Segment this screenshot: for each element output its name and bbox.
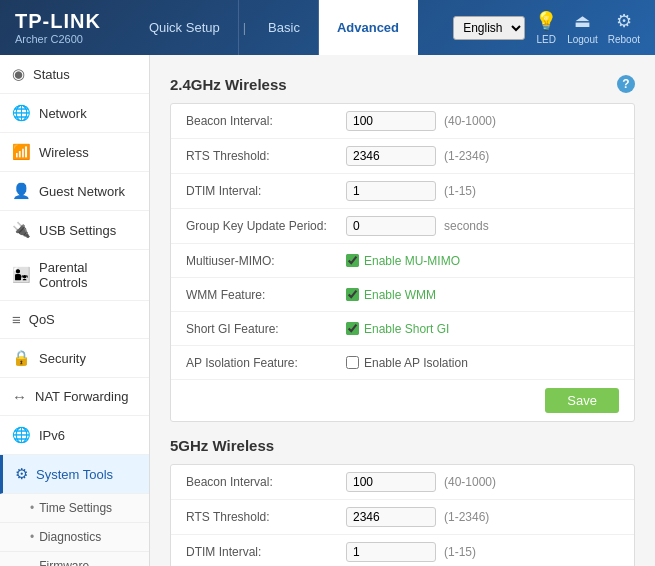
- row-shortgi-24: Short GI Feature: Enable Short GI: [171, 312, 634, 346]
- reboot-icon: ⚙: [616, 10, 632, 32]
- ipv6-icon: 🌐: [12, 426, 31, 444]
- input-rts-24[interactable]: [346, 146, 436, 166]
- label-groupkey-24: Group Key Update Period:: [186, 219, 346, 233]
- logout-label: Logout: [567, 34, 598, 45]
- sub-label-diagnostics: Diagnostics: [39, 530, 101, 544]
- sidebar-label-network: Network: [39, 106, 87, 121]
- logout-btn[interactable]: ⏏ Logout: [567, 10, 598, 45]
- input-dtim-24[interactable]: [346, 181, 436, 201]
- row-apisolation-24: AP Isolation Feature: Enable AP Isolatio…: [171, 346, 634, 380]
- value-apisolation-24: Enable AP Isolation: [346, 356, 619, 370]
- hint-rts-24: (1-2346): [444, 149, 489, 163]
- nav-advanced[interactable]: Advanced: [319, 0, 418, 55]
- qos-icon: ≡: [12, 311, 21, 328]
- sidebar-item-guest-network[interactable]: 👤 Guest Network: [0, 172, 149, 211]
- sidebar-item-wireless[interactable]: 📶 Wireless: [0, 133, 149, 172]
- sidebar-label-ipv6: IPv6: [39, 428, 65, 443]
- sidebar-label-status: Status: [33, 67, 70, 82]
- checklabel-mumimo-24: Enable MU-MIMO: [364, 254, 460, 268]
- value-wmm-24: Enable WMM: [346, 288, 619, 302]
- value-groupkey-24: seconds: [346, 216, 619, 236]
- sidebar-item-ipv6[interactable]: 🌐 IPv6: [0, 416, 149, 455]
- nav-basic[interactable]: Basic: [250, 0, 319, 55]
- hint-beacon-5: (40-1000): [444, 475, 496, 489]
- nav-divider-1: |: [239, 20, 250, 35]
- section-5ghz-box: Beacon Interval: (40-1000) RTS Threshold…: [170, 464, 635, 566]
- value-beacon-5: (40-1000): [346, 472, 619, 492]
- checkbox-wmm-24[interactable]: [346, 288, 359, 301]
- hint-rts-5: (1-2346): [444, 510, 489, 524]
- sidebar-item-security[interactable]: 🔒 Security: [0, 339, 149, 378]
- logo-brand: TP-LINK: [15, 10, 101, 33]
- led-label: LED: [536, 34, 555, 45]
- value-shortgi-24: Enable Short GI: [346, 322, 619, 336]
- value-rts-24: (1-2346): [346, 146, 619, 166]
- sub-item-firmware[interactable]: Firmware Upgrade: [0, 552, 149, 566]
- value-dtim-24: (1-15): [346, 181, 619, 201]
- sidebar-label-nat: NAT Forwarding: [35, 389, 128, 404]
- sidebar-item-qos[interactable]: ≡ QoS: [0, 301, 149, 339]
- input-beacon-5[interactable]: [346, 472, 436, 492]
- sidebar-item-status[interactable]: ◉ Status: [0, 55, 149, 94]
- layout: ◉ Status 🌐 Network 📶 Wireless 👤 Guest Ne…: [0, 55, 655, 566]
- reboot-label: Reboot: [608, 34, 640, 45]
- security-icon: 🔒: [12, 349, 31, 367]
- checklabel-wmm-24: Enable WMM: [364, 288, 436, 302]
- sidebar-item-usb[interactable]: 🔌 USB Settings: [0, 211, 149, 250]
- section-5ghz-title: 5GHz Wireless: [170, 437, 274, 454]
- help-icon-24ghz[interactable]: ?: [617, 75, 635, 93]
- header: TP-LINK Archer C2600 Quick Setup | Basic…: [0, 0, 655, 55]
- sidebar-item-parental[interactable]: 👨‍👧 Parental Controls: [0, 250, 149, 301]
- logo-area: TP-LINK Archer C2600: [15, 10, 101, 45]
- label-rts-24: RTS Threshold:: [186, 149, 346, 163]
- guest-network-icon: 👤: [12, 182, 31, 200]
- input-dtim-5[interactable]: [346, 542, 436, 562]
- wireless-icon: 📶: [12, 143, 31, 161]
- row-rts-5: RTS Threshold: (1-2346): [171, 500, 634, 535]
- input-groupkey-24[interactable]: [346, 216, 436, 236]
- sub-item-diagnostics[interactable]: Diagnostics: [0, 523, 149, 552]
- reboot-btn[interactable]: ⚙ Reboot: [608, 10, 640, 45]
- main-content: 2.4GHz Wireless ? Beacon Interval: (40-1…: [150, 55, 655, 566]
- sidebar-label-security: Security: [39, 351, 86, 366]
- system-tools-icon: ⚙: [15, 465, 28, 483]
- sidebar-label-system-tools: System Tools: [36, 467, 113, 482]
- led-icon: 💡: [535, 10, 557, 32]
- sidebar-item-nat[interactable]: ↔ NAT Forwarding: [0, 378, 149, 416]
- value-mumimo-24: Enable MU-MIMO: [346, 254, 619, 268]
- checkbox-apisolation-24[interactable]: [346, 356, 359, 369]
- row-rts-24: RTS Threshold: (1-2346): [171, 139, 634, 174]
- section-24ghz-header: 2.4GHz Wireless ?: [170, 75, 635, 93]
- hint-beacon-24: (40-1000): [444, 114, 496, 128]
- row-beacon-5: Beacon Interval: (40-1000): [171, 465, 634, 500]
- input-beacon-24[interactable]: [346, 111, 436, 131]
- hint-dtim-5: (1-15): [444, 545, 476, 559]
- parental-icon: 👨‍👧: [12, 266, 31, 284]
- input-rts-5[interactable]: [346, 507, 436, 527]
- checklabel-apisolation-24: Enable AP Isolation: [364, 356, 468, 370]
- save-button-24[interactable]: Save: [545, 388, 619, 413]
- main-nav: Quick Setup | Basic Advanced: [131, 0, 453, 55]
- sub-item-time-settings[interactable]: Time Settings: [0, 494, 149, 523]
- sidebar-item-system-tools[interactable]: ⚙ System Tools: [0, 455, 149, 494]
- label-beacon-5: Beacon Interval:: [186, 475, 346, 489]
- label-shortgi-24: Short GI Feature:: [186, 322, 346, 336]
- nav-quick-setup[interactable]: Quick Setup: [131, 0, 239, 55]
- row-wmm-24: WMM Feature: Enable WMM: [171, 278, 634, 312]
- sidebar: ◉ Status 🌐 Network 📶 Wireless 👤 Guest Ne…: [0, 55, 150, 566]
- language-select[interactable]: English: [453, 16, 525, 40]
- sidebar-label-guest: Guest Network: [39, 184, 125, 199]
- sidebar-label-qos: QoS: [29, 312, 55, 327]
- checkbox-shortgi-24[interactable]: [346, 322, 359, 335]
- row-beacon-24: Beacon Interval: (40-1000): [171, 104, 634, 139]
- value-rts-5: (1-2346): [346, 507, 619, 527]
- sidebar-item-network[interactable]: 🌐 Network: [0, 94, 149, 133]
- checklabel-shortgi-24: Enable Short GI: [364, 322, 449, 336]
- value-beacon-24: (40-1000): [346, 111, 619, 131]
- led-icon-btn[interactable]: 💡 LED: [535, 10, 557, 45]
- label-wmm-24: WMM Feature:: [186, 288, 346, 302]
- checkbox-mumimo-24[interactable]: [346, 254, 359, 267]
- hint-groupkey-24: seconds: [444, 219, 489, 233]
- sidebar-label-wireless: Wireless: [39, 145, 89, 160]
- label-beacon-24: Beacon Interval:: [186, 114, 346, 128]
